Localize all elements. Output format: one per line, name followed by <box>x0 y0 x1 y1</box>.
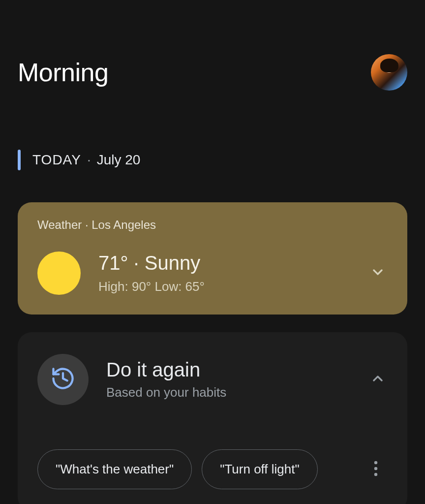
habits-icon-container <box>37 354 89 405</box>
svg-point-2 <box>374 472 377 475</box>
suggestion-chip-light[interactable]: "Turn off light" <box>202 449 318 489</box>
chevron-up-icon <box>370 371 386 388</box>
date-accent-bar <box>18 150 21 170</box>
weather-sub-text: High: 90° Low: 65° <box>98 279 350 294</box>
date-separator: · <box>87 152 91 168</box>
more-options-button[interactable] <box>364 458 388 481</box>
suggestion-chip-weather[interactable]: "What's the weather" <box>37 449 192 489</box>
habits-title: Do it again <box>106 359 350 381</box>
date-row: TODAY · July 20 <box>18 150 407 170</box>
date-value: July 20 <box>97 152 141 168</box>
habits-subtitle: Based on your habits <box>106 385 350 400</box>
date-label: TODAY <box>32 152 81 168</box>
svg-point-0 <box>374 461 377 464</box>
collapse-habits-button[interactable] <box>368 370 388 389</box>
greeting-title: Morning <box>18 58 108 87</box>
weather-main-text: 71° · Sunny <box>98 252 350 274</box>
habits-card: Do it again Based on your habits "What's… <box>18 332 407 504</box>
expand-weather-button[interactable] <box>368 263 388 283</box>
weather-card-label: Weather · Los Angeles <box>37 218 388 232</box>
chevron-down-icon <box>370 264 386 282</box>
more-vertical-icon <box>374 461 378 478</box>
avatar[interactable] <box>371 54 407 91</box>
weather-card[interactable]: Weather · Los Angeles 71° · Sunny High: … <box>18 202 407 315</box>
sun-icon <box>37 252 81 295</box>
history-icon <box>50 366 76 393</box>
svg-point-1 <box>374 467 377 470</box>
